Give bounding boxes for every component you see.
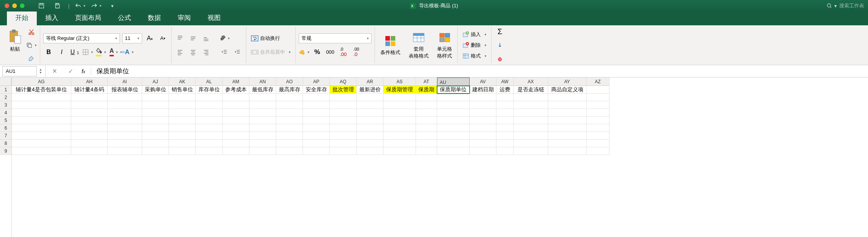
font-color-button[interactable]: A▾ <box>108 47 119 57</box>
clear-icon[interactable] <box>495 54 505 63</box>
currency-icon[interactable]: ▾ <box>299 47 310 57</box>
tab-review[interactable]: 审阅 <box>169 10 199 25</box>
cell[interactable] <box>142 117 169 124</box>
cell[interactable] <box>586 147 609 155</box>
cell[interactable] <box>71 124 108 132</box>
cell[interactable] <box>12 147 71 155</box>
autosave-icon[interactable] <box>36 1 47 11</box>
cell[interactable] <box>276 109 303 117</box>
cell[interactable] <box>196 124 223 132</box>
cell[interactable] <box>416 132 437 140</box>
cell[interactable] <box>142 147 169 155</box>
column-header[interactable]: AT <box>416 77 437 86</box>
cell[interactable] <box>249 124 276 132</box>
cell[interactable]: 最新进价 <box>357 86 383 94</box>
cell[interactable] <box>249 132 276 140</box>
column-header[interactable]: AN <box>249 77 276 86</box>
cell[interactable] <box>357 147 383 155</box>
cell[interactable] <box>276 124 303 132</box>
cell[interactable] <box>303 117 330 124</box>
cell[interactable] <box>416 117 437 124</box>
cell[interactable] <box>548 132 586 140</box>
cell[interactable]: 批次管理 <box>330 86 357 94</box>
row-header[interactable]: 7 <box>0 132 11 140</box>
decrease-decimal-icon[interactable]: .00.0 <box>351 47 362 57</box>
orientation-icon[interactable]: ab▾ <box>219 33 230 43</box>
qat-customize-icon[interactable]: ▾ <box>107 1 118 11</box>
cell[interactable] <box>586 124 609 132</box>
cell[interactable] <box>496 101 514 109</box>
cell[interactable] <box>416 109 437 117</box>
cell[interactable] <box>12 117 71 124</box>
cell[interactable] <box>71 132 108 140</box>
cell[interactable] <box>12 132 71 140</box>
cell[interactable] <box>108 124 142 132</box>
fill-icon[interactable] <box>495 40 505 50</box>
cell[interactable] <box>108 132 142 140</box>
cell[interactable] <box>330 132 357 140</box>
cell[interactable] <box>514 147 548 155</box>
cell[interactable] <box>249 140 276 147</box>
cell[interactable] <box>12 94 71 101</box>
cell[interactable] <box>169 117 196 124</box>
cell[interactable] <box>437 147 470 155</box>
cell[interactable] <box>169 101 196 109</box>
column-header[interactable]: AG <box>12 77 71 86</box>
cell[interactable] <box>586 109 609 117</box>
cell[interactable] <box>383 94 416 101</box>
cell[interactable] <box>470 124 496 132</box>
cell[interactable] <box>514 124 548 132</box>
cell[interactable] <box>249 109 276 117</box>
cell[interactable] <box>548 124 586 132</box>
cell[interactable] <box>330 117 357 124</box>
save-icon[interactable] <box>52 1 63 11</box>
cell[interactable] <box>357 124 383 132</box>
data-area[interactable]: 辅计量4是否包装单位辅计量4条码报表辅单位采购单位销售单位库存单位参考成本最低库… <box>12 86 868 155</box>
increase-indent-icon[interactable] <box>232 47 243 57</box>
cell[interactable] <box>383 109 416 117</box>
cell[interactable] <box>330 94 357 101</box>
cell[interactable] <box>437 124 470 132</box>
copy-icon[interactable]: ▾ <box>26 40 37 50</box>
search-box[interactable]: ▾ 搜索工作表 <box>827 2 864 9</box>
cell[interactable] <box>470 101 496 109</box>
increase-font-icon[interactable]: A▴ <box>144 33 155 43</box>
cell[interactable] <box>196 132 223 140</box>
cell[interactable] <box>548 101 586 109</box>
cell[interactable] <box>276 147 303 155</box>
cell[interactable]: 采购单位 <box>142 86 169 94</box>
cell[interactable] <box>357 117 383 124</box>
cell[interactable] <box>223 101 249 109</box>
cell[interactable]: 最低库存 <box>249 86 276 94</box>
paste-button[interactable]: 粘贴 <box>6 27 24 54</box>
cell[interactable] <box>437 109 470 117</box>
cell[interactable] <box>12 140 71 147</box>
align-left-icon[interactable] <box>175 47 185 57</box>
cell[interactable] <box>142 132 169 140</box>
cancel-formula-icon[interactable]: ✕ <box>49 66 60 76</box>
cell[interactable]: 保质期 <box>416 86 437 94</box>
cell[interactable] <box>496 124 514 132</box>
cell[interactable] <box>223 117 249 124</box>
row-header[interactable]: 2 <box>0 94 11 101</box>
cell[interactable] <box>249 101 276 109</box>
cell[interactable] <box>108 94 142 101</box>
row-header[interactable]: 1 <box>0 86 11 94</box>
cell[interactable] <box>223 132 249 140</box>
cell[interactable] <box>71 101 108 109</box>
tab-formulas[interactable]: 公式 <box>110 10 139 25</box>
cell[interactable]: 商品自定义项 <box>548 86 586 94</box>
redo-icon[interactable]: ▾ <box>91 1 102 11</box>
cell[interactable]: 参考成本 <box>223 86 249 94</box>
delete-cells-button[interactable]: 删除▾ <box>461 41 488 49</box>
cell[interactable] <box>71 94 108 101</box>
cell-styles-button[interactable]: 单元格 格样式 <box>435 30 454 61</box>
cell[interactable] <box>223 124 249 132</box>
italic-button[interactable]: I <box>56 47 67 57</box>
cell[interactable] <box>496 132 514 140</box>
cell[interactable]: 辅计量4是否包装单位 <box>12 86 71 94</box>
cell[interactable] <box>383 140 416 147</box>
column-header[interactable]: AS <box>383 77 416 86</box>
cell[interactable] <box>276 140 303 147</box>
cell[interactable] <box>108 147 142 155</box>
